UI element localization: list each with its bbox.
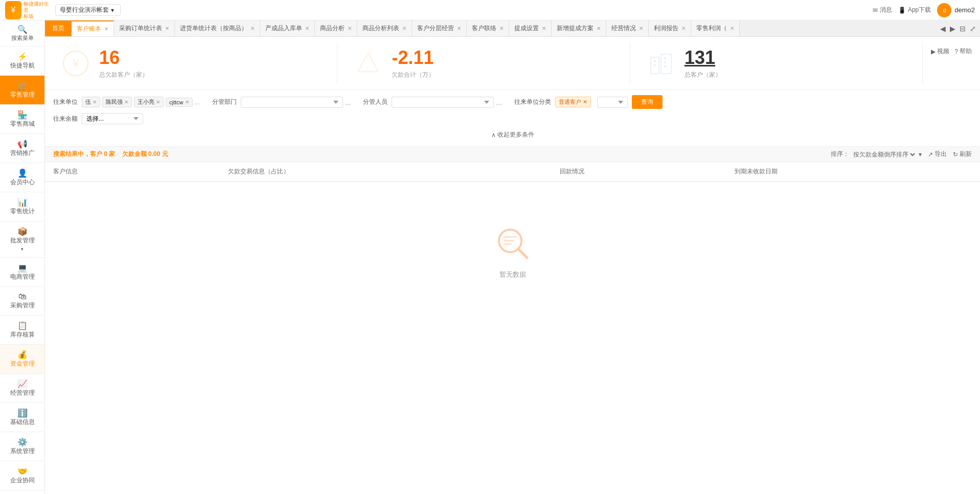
tabs-prev-button[interactable]: ◀ [939,24,947,34]
tab-close-icon[interactable]: ✕ [681,26,686,31]
tab-stock-stats[interactable]: 进货单统计表（按商品） ✕ [175,20,260,37]
dept-select-wrap: ... [241,97,351,108]
tab-customers[interactable]: 客户账本 ✕ [72,20,114,37]
tab-close-icon[interactable]: ✕ [730,26,734,31]
sidebar-item-quick-nav[interactable]: ⚡ 快捷导航 [0,47,44,76]
tab-close-icon[interactable]: ✕ [305,26,309,31]
sidebar-item-purchase[interactable]: 🛍 采购管理 [0,287,44,316]
building-icon [646,48,676,79]
sidebar-item-finance[interactable]: 💰 资金管理 [0,345,44,374]
tab-retail-profit[interactable]: 零售利润（ ✕ [691,20,740,37]
filter-tag-cjttcw[interactable]: cjttcw ✕ [166,98,193,107]
stats-row: ¥ 16 总欠款客户（家） - [45,37,980,90]
svg-rect-14 [504,243,512,245]
help-btn[interactable]: ? 帮助 [954,47,972,56]
tabs-menu-button[interactable]: ⊟ [959,24,967,34]
tab-customer-contact[interactable]: 客户联络 ✕ [467,20,509,37]
sidebar-item-new-guide[interactable]: 🎯 新手引导 [0,490,44,494]
tab-customer-segment[interactable]: 客户分层经营 ✕ [412,20,467,37]
sidebar-item-inventory[interactable]: 📋 库存核算 [0,316,44,345]
tab-product-analysis[interactable]: 商品分析 ✕ [315,20,357,37]
sidebar-item-marketing[interactable]: 📢 营销推广 [0,134,44,163]
user-area[interactable]: d demo2 [937,3,975,17]
unit-type-select[interactable] [597,97,628,108]
help-icon: ? [954,48,958,55]
sort-select[interactable]: 按欠款金额倒序排序 [851,150,917,159]
tab-close-icon[interactable]: ✕ [165,26,169,31]
video-icon: ▶ [931,48,936,55]
system-selector[interactable]: 母婴行业演示帐套 ▾ [55,4,121,16]
logo-text: 畅捷通好生意 标版 [24,1,51,19]
chevron-down-icon: ▾ [111,7,114,14]
tag-remove-icon[interactable]: ✕ [156,99,160,105]
tab-product-stock[interactable]: 产成品入库单 ✕ [260,20,315,37]
tab-close-icon[interactable]: ✕ [250,26,255,31]
filter-tag-chen[interactable]: 陈民强 ✕ [102,97,132,107]
sidebar-item-retail-mgmt[interactable]: 🛒 零售管理 [0,76,44,105]
tab-business-status[interactable]: 经营情况 ✕ [606,20,649,37]
tab-profit-report[interactable]: 利润报告 ✕ [649,20,691,37]
sidebar-item-member[interactable]: 👤 会员中心 [0,163,44,192]
sidebar-item-search[interactable]: 🔍 搜索菜单 [0,20,44,47]
person-select[interactable] [392,97,494,108]
tab-close-icon[interactable]: ✕ [104,26,108,32]
tab-purchase-orders[interactable]: 采购订单统计表 ✕ [114,20,175,37]
tab-close-icon[interactable]: ✕ [542,26,546,31]
sidebar-item-retail-mall[interactable]: 🏪 零售商城 [0,105,44,134]
balance-select[interactable]: 选择... [82,113,143,124]
filter-tag-normal-customer[interactable]: 普通客户 ✕ [555,97,591,107]
col-debt-info: 欠款交易信息（占比） [220,162,552,182]
tabs-next-button[interactable]: ▶ [949,24,956,34]
tab-product-analysis-list[interactable]: 商品分析列表 ✕ [357,20,412,37]
cart-icon: 🛒 [0,81,44,91]
sidebar-item-basic-info[interactable]: ℹ️ 基础信息 [0,403,44,432]
tab-close-icon[interactable]: ✕ [402,26,406,31]
filter-more-tags[interactable]: ... [195,99,200,106]
empty-illustration [492,223,533,264]
video-btn[interactable]: ▶ 视频 [931,47,949,56]
stat-total-customers: ¥ 16 总欠款客户（家） [45,42,337,84]
filter-tag-wang[interactable]: 王小亮 ✕ [134,97,164,107]
query-button[interactable]: 查询 [632,95,663,109]
tab-close-icon[interactable]: ✕ [639,26,643,31]
dept-select[interactable] [241,97,343,108]
filter-unit-tags: 伍 ✕ 陈民强 ✕ 王小亮 ✕ [82,97,200,107]
tab-new-raise-plan[interactable]: 新增提成方案 ✕ [552,20,606,37]
stat-debt: - -2.11 欠款合计（万） [337,42,630,84]
tab-close-icon[interactable]: ✕ [499,26,504,31]
messages-button[interactable]: ✉ 消息 [873,6,892,14]
tag-remove-icon[interactable]: ✕ [93,99,97,105]
tab-raise-settings[interactable]: 提成设置 ✕ [509,20,552,37]
purchase-icon: 🛍 [0,292,44,301]
handshake-icon: 🤝 [0,466,44,476]
app-download-button[interactable]: 📱 App下载 [898,6,931,14]
svg-text:¥: ¥ [72,57,79,70]
avatar: d [937,3,951,17]
sidebar-item-retail-stats[interactable]: 📊 零售统计 [0,192,44,221]
sidebar-item-operations[interactable]: 📈 经营管理 [0,374,44,403]
tab-home[interactable]: 首页 [45,20,72,37]
inventory-icon: 📋 [0,321,44,330]
col-repayment: 回款情况 [552,162,726,182]
tabs-expand-button[interactable]: ⤢ [969,24,977,34]
tab-close-icon[interactable]: ✕ [457,26,461,31]
tab-close-icon[interactable]: ✕ [348,26,352,31]
tag-remove-icon[interactable]: ✕ [185,99,189,105]
tag-remove-icon[interactable]: ✕ [583,99,587,105]
chart-icon: 📊 [0,197,44,207]
sidebar-item-ecommerce[interactable]: 💻 电商管理 [0,258,44,287]
export-button[interactable]: ↗ 导出 [928,150,947,159]
svg-rect-13 [504,240,514,241]
tag-remove-icon[interactable]: ✕ [124,99,128,105]
filter-tag-wu[interactable]: 伍 ✕ [82,97,100,107]
person-more-icon[interactable]: ... [496,98,502,106]
tabs-bar: 首页 客户账本 ✕ 采购订单统计表 ✕ 进货单统计表（按商品） ✕ 产成品入库单… [45,20,980,37]
refresh-button[interactable]: ↻ 刷新 [953,150,972,159]
dept-more-icon[interactable]: ... [345,98,351,106]
tab-close-icon[interactable]: ✕ [597,26,601,31]
sidebar-item-wholesale[interactable]: 📦 批发管理 ▾ [0,221,44,258]
collapse-button[interactable]: ∧ 收起更多条件 [491,130,534,139]
finance-icon: 💰 [0,350,44,360]
sidebar-item-corp-agreement[interactable]: 🤝 企业协同 [0,461,44,490]
sidebar-item-system[interactable]: ⚙️ 系统管理 [0,432,44,461]
